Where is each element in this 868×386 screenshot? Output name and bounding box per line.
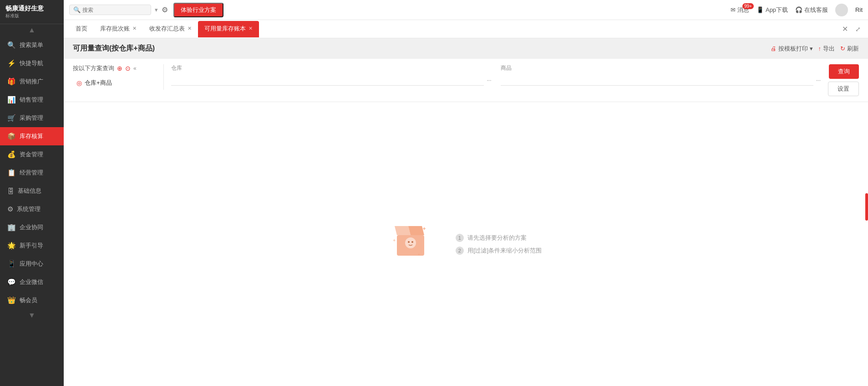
sidebar-item-enterprise[interactable]: 🏢 企业协同 xyxy=(0,218,64,237)
tab-deposit-summary[interactable]: 收发存汇总表✕ xyxy=(143,21,198,37)
product-input[interactable] xyxy=(501,75,813,86)
sidebar-item-search[interactable]: 🔍 搜索菜单 xyxy=(0,36,64,54)
tab-label-available-stock: 可用量库存账本 xyxy=(204,25,246,33)
sidebar-label-basics: 基础信息 xyxy=(18,187,41,195)
query-scheme-panel: 按以下方案查询 ⊕ ⊙ « ◎ 仓库+商品 xyxy=(73,64,164,90)
sidebar-item-wechat[interactable]: 💬 企业微信 xyxy=(0,273,64,291)
close-tab-batch-account[interactable]: ✕ xyxy=(132,26,137,31)
query-fields: 仓库 ··· 商品 ··· xyxy=(171,64,821,86)
tab-home[interactable]: 首页 xyxy=(69,21,94,37)
sidebar-item-quick-nav[interactable]: ⚡ 快捷导航 xyxy=(0,54,64,72)
app-title: 畅康通好生意 xyxy=(5,5,58,13)
online-service-btn[interactable]: 🎧 在线客服 xyxy=(795,6,828,14)
refresh-btn[interactable]: ↻ 刷新 xyxy=(840,45,859,53)
field-warehouse-label: 仓库 xyxy=(171,64,492,72)
query-actions: 查询 设置 xyxy=(828,64,859,96)
sidebar: 畅康通好生意 标准版 ▲ 🔍 搜索菜单 ⚡ 快捷导航 🎁 营销推广 📊 销售管理… xyxy=(0,0,64,386)
scroll-up-icon[interactable]: ▲ xyxy=(28,26,36,34)
search-dropdown-icon[interactable]: ▾ xyxy=(155,6,158,13)
svg-point-3 xyxy=(405,237,416,248)
empty-state: ✦ ✦ ✦ 1 请先选择要分析的方案 2 用[过滤]条件来缩小分析范围 xyxy=(64,102,868,386)
sidebar-item-operations[interactable]: 📋 经营管理 xyxy=(0,164,64,182)
scroll-down-icon[interactable]: ▼ xyxy=(28,311,36,319)
query-btn[interactable]: 查询 xyxy=(829,64,859,79)
scheme-header-label: 按以下方案查询 xyxy=(73,64,114,72)
product-more-btn[interactable]: ··· xyxy=(816,77,821,83)
sidebar-icon-member: 👑 xyxy=(7,296,16,304)
sidebar-label-system: 系统管理 xyxy=(17,205,41,213)
sidebar-icon-basics: 🗄 xyxy=(7,187,14,195)
collapse-panel-icon[interactable]: « xyxy=(133,65,137,72)
sidebar-item-sales[interactable]: 📊 销售管理 xyxy=(0,91,64,109)
svg-text:✦: ✦ xyxy=(422,226,426,232)
message-icon: ✉ xyxy=(731,6,736,13)
print-dropdown-icon[interactable]: ▾ xyxy=(810,45,813,52)
field-product: 商品 ··· xyxy=(501,64,821,86)
sidebar-item-system[interactable]: ⚙ 系统管理 xyxy=(0,200,64,218)
search-box[interactable]: 🔍 xyxy=(69,5,151,15)
sidebar-item-inventory[interactable]: 📦 库存核算 xyxy=(0,127,64,145)
close-tab-btn[interactable]: ✕ xyxy=(840,23,850,35)
print-label: 按模板打印 xyxy=(778,45,808,53)
sidebar-logo: 畅康通好生意 标准版 xyxy=(0,0,64,24)
field-warehouse: 仓库 ··· xyxy=(171,64,492,86)
search-input[interactable] xyxy=(82,7,146,13)
hint-text-2: 用[过滤]条件来缩小分析范围 xyxy=(467,247,542,255)
tab-batch-account[interactable]: 库存批次账✕ xyxy=(94,21,143,37)
expand-btn[interactable]: ⤢ xyxy=(853,24,863,35)
scroll-down-area: ▼ xyxy=(0,309,64,321)
settings-icon[interactable]: ⚙ xyxy=(162,5,168,14)
export-icon: ↑ xyxy=(818,45,822,52)
sidebar-icon-operations: 📋 xyxy=(7,169,16,177)
hint-text-1: 请先选择要分析的方案 xyxy=(467,234,527,242)
settings-scheme-icon[interactable]: ⊙ xyxy=(125,65,131,72)
user-avatar[interactable] xyxy=(835,4,848,16)
scheme-item-warehouse-product[interactable]: ◎ 仓库+商品 xyxy=(73,76,158,90)
app-download-label: App下载 xyxy=(766,6,788,14)
right-scroll-indicator[interactable] xyxy=(865,193,868,221)
sidebar-icon-app-center: 📱 xyxy=(7,260,16,268)
online-service-label: 在线客服 xyxy=(804,6,828,14)
sidebar-label-marketing: 营销推广 xyxy=(20,77,43,86)
svg-text:✦: ✦ xyxy=(392,238,396,243)
sidebar-label-quick-nav: 快捷导航 xyxy=(20,59,43,67)
tab-label-batch-account: 库存批次账 xyxy=(100,25,130,33)
sidebar-label-app-center: 应用中心 xyxy=(20,260,43,268)
page-title: 可用量查询(按仓库+商品) xyxy=(73,44,155,53)
sidebar-label-purchase: 采购管理 xyxy=(20,114,43,122)
query-scheme-header: 按以下方案查询 ⊕ ⊙ « xyxy=(73,64,158,72)
sidebar-nav: ▲ 🔍 搜索菜单 ⚡ 快捷导航 🎁 营销推广 📊 销售管理 🛒 采购管理 📦 库… xyxy=(0,24,64,386)
add-scheme-icon[interactable]: ⊕ xyxy=(117,65,122,72)
tab-label-deposit-summary: 收发存汇总表 xyxy=(149,25,185,33)
tab-available-stock[interactable]: 可用量库存账本✕ xyxy=(198,21,259,37)
close-tab-deposit-summary[interactable]: ✕ xyxy=(188,26,192,31)
page-header: 可用量查询(按仓库+商品) 🖨 按模板打印 ▾ ↑ 导出 ↻ 刷新 xyxy=(64,38,868,59)
messages-btn[interactable]: ✉ 消息 99+ xyxy=(731,6,749,14)
field-product-input-row: ··· xyxy=(501,75,821,86)
app-download-btn[interactable]: 📱 App下载 xyxy=(756,6,788,14)
tabs-bar: 首页库存批次账✕收发存汇总表✕可用量库存账本✕ ✕ ⤢ xyxy=(64,20,868,38)
refresh-label: 刷新 xyxy=(847,45,859,53)
sidebar-label-operations: 经营管理 xyxy=(20,169,43,177)
print-btn[interactable]: 🖨 按模板打印 ▾ xyxy=(771,45,813,53)
warehouse-more-btn[interactable]: ··· xyxy=(487,77,491,83)
sidebar-label-enterprise: 企业协同 xyxy=(20,223,43,232)
close-tab-available-stock[interactable]: ✕ xyxy=(249,26,253,31)
sidebar-item-member[interactable]: 👑 畅会员 xyxy=(0,291,64,309)
export-btn[interactable]: ↑ 导出 xyxy=(818,45,835,53)
sidebar-item-marketing[interactable]: 🎁 营销推广 xyxy=(0,72,64,91)
warehouse-input[interactable] xyxy=(171,75,484,86)
sidebar-item-purchase[interactable]: 🛒 采购管理 xyxy=(0,109,64,127)
topbar: 🔍 ▾ ⚙ 体验行业方案 ✉ 消息 99+ 📱 App下载 🎧 在线客服 Rit xyxy=(64,0,868,20)
sidebar-item-app-center[interactable]: 📱 应用中心 xyxy=(0,255,64,273)
sidebar-item-finance[interactable]: 💰 资金管理 xyxy=(0,145,64,164)
tab-label-home: 首页 xyxy=(76,25,87,33)
query-area: 按以下方案查询 ⊕ ⊙ « ◎ 仓库+商品 仓库 ··· xyxy=(64,59,868,102)
sidebar-item-guide[interactable]: 🌟 新手引导 xyxy=(0,237,64,255)
empty-illustration: ✦ ✦ ✦ xyxy=(390,217,445,272)
sidebar-item-basics[interactable]: 🗄 基础信息 xyxy=(0,182,64,200)
trial-btn[interactable]: 体验行业方案 xyxy=(173,3,223,17)
messages-badge: 99+ xyxy=(742,3,754,9)
sidebar-icon-enterprise: 🏢 xyxy=(7,223,16,232)
settings-btn[interactable]: 设置 xyxy=(828,82,859,96)
